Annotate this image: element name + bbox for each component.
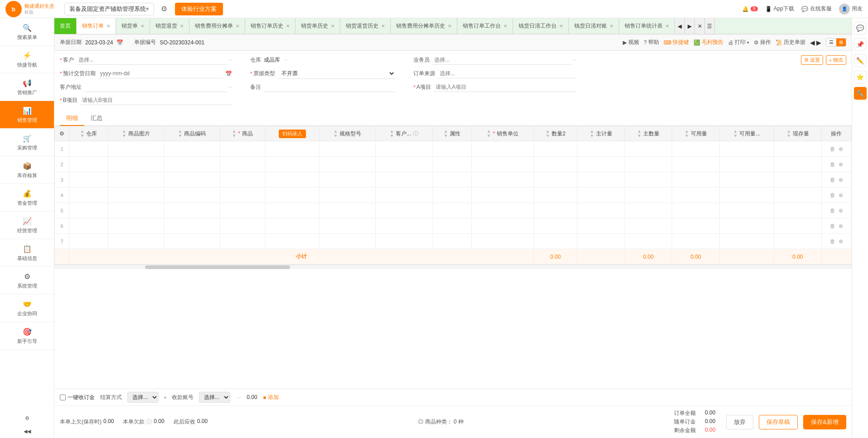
- row-delete-icon[interactable]: 🗑: [830, 192, 835, 198]
- row-copy-icon[interactable]: ⊕: [839, 207, 843, 214]
- tab-invoice-history[interactable]: 销货单历史 ✕: [296, 18, 340, 34]
- user-item[interactable]: 👤 用友: [839, 4, 863, 14]
- th-main-unit[interactable]: ▲▼ 主计量: [577, 126, 625, 141]
- sidebar-item-guide[interactable]: 🎯 新手引导: [0, 322, 54, 350]
- row-copy-icon[interactable]: ⊕: [839, 177, 843, 183]
- tab-return-history[interactable]: 销货退货历史 ✕: [340, 18, 391, 34]
- tab-close-icon[interactable]: ✕: [180, 24, 184, 29]
- tab-close-all-btn[interactable]: ✕: [695, 18, 705, 34]
- rp-pin-icon[interactable]: 📌: [854, 38, 867, 51]
- sidebar-item-marketing[interactable]: 📢 营销推广: [0, 73, 54, 101]
- column-settings-icon[interactable]: ⚙: [59, 130, 64, 137]
- set-button[interactable]: ⚙ 设置: [801, 55, 823, 65]
- th-qty2[interactable]: ▲▼ 数量2: [533, 126, 577, 141]
- sidebar-item-inventory[interactable]: 📦 库存核算: [0, 156, 54, 184]
- tab-close-icon[interactable]: ✕: [665, 24, 669, 29]
- warehouse-more-icon[interactable]: ···: [284, 58, 287, 63]
- tab-sales-stats[interactable]: 销售订单统计表 ✕: [619, 18, 675, 34]
- th-available[interactable]: ▲▼ 可用量: [672, 126, 720, 141]
- notification-item[interactable]: 🔔 9 🔔: [742, 6, 758, 12]
- app-selector[interactable]: 装备及固定资产辅助管理系统 ▾: [64, 3, 154, 15]
- sidebar-item-enterprise[interactable]: 🤝 企业协同: [0, 294, 54, 322]
- th-settings[interactable]: ⚙: [55, 126, 69, 141]
- tab-summary[interactable]: 汇总: [84, 111, 109, 126]
- help-action[interactable]: ? 帮助: [644, 39, 659, 46]
- sidebar-item-basic-info[interactable]: 📋 基础信息: [0, 239, 54, 267]
- rp-chat-icon[interactable]: 💬: [854, 22, 867, 34]
- calendar-icon[interactable]: 📅: [116, 39, 123, 46]
- row-copy-icon[interactable]: ⊕: [839, 223, 843, 229]
- row-delete-icon[interactable]: 🗑: [830, 207, 835, 214]
- row-copy-icon[interactable]: ⊕: [839, 146, 843, 152]
- tab-close-icon[interactable]: ✕: [381, 24, 385, 29]
- remarks-input[interactable]: [264, 82, 395, 92]
- row-copy-icon[interactable]: ⊕: [839, 192, 843, 198]
- prev-record-btn[interactable]: ◀: [810, 39, 815, 46]
- salesperson-more-icon[interactable]: ···: [573, 58, 577, 63]
- tab-home[interactable]: 首页: [54, 18, 77, 34]
- tab-close-icon[interactable]: ✕: [141, 24, 144, 29]
- th-product[interactable]: ▲▼ * 商品: [220, 126, 265, 141]
- tab-sales-order-history[interactable]: 销售订单历史 ✕: [245, 18, 296, 34]
- tab-close-icon[interactable]: ✕: [331, 24, 335, 29]
- salesperson-input[interactable]: [432, 55, 571, 65]
- tab-daily-workbench[interactable]: 钱货日清工作台 ✕: [513, 18, 569, 34]
- profit-action[interactable]: 💹 毛利预告: [693, 39, 723, 46]
- delivery-date-input[interactable]: [98, 69, 223, 78]
- view-action[interactable]: ▶ 视频: [623, 39, 639, 46]
- th-code[interactable]: ▲▼ 商品编码: [164, 126, 220, 141]
- shortcut-action[interactable]: ⌨ 快捷键: [664, 39, 689, 46]
- th-unit[interactable]: ▲▼ * 销售单位: [471, 126, 533, 141]
- settings-icon[interactable]: ⚙: [158, 3, 170, 15]
- tab-sales-expense[interactable]: 销售费用分摊单 ✕: [189, 18, 245, 34]
- tab-detail[interactable]: 明细: [60, 111, 84, 126]
- customer-input[interactable]: [77, 55, 227, 65]
- one-click-input[interactable]: [60, 395, 66, 400]
- invoice-type-select[interactable]: 不开票: [278, 68, 395, 79]
- scan-button[interactable]: 扫码录入: [279, 130, 306, 138]
- tab-reconciliation[interactable]: 钱货日清对账 ✕: [569, 18, 619, 34]
- sidebar-item-purchase[interactable]: 🛒 采购管理: [0, 129, 54, 156]
- next-record-btn[interactable]: ▶: [816, 39, 821, 46]
- tab-close-icon[interactable]: ✕: [286, 24, 290, 29]
- one-click-checkbox[interactable]: 一键收订金: [60, 394, 95, 401]
- a-project-input[interactable]: [434, 82, 577, 92]
- account-select[interactable]: 选择...: [199, 392, 230, 403]
- b-project-input[interactable]: [80, 96, 232, 105]
- row-delete-icon[interactable]: 🗑: [830, 146, 835, 152]
- tab-sales-order[interactable]: 销售订单 ✕: [77, 18, 116, 34]
- online-support-item[interactable]: 💬 在线客服: [801, 5, 832, 13]
- row-delete-icon[interactable]: 🗑: [830, 161, 835, 168]
- scrollbar-thumb[interactable]: [145, 265, 290, 269]
- order-source-input[interactable]: [438, 69, 577, 78]
- address-more-icon[interactable]: ···: [228, 85, 232, 90]
- save-new-button[interactable]: 保存&新增: [803, 415, 846, 429]
- tab-close-icon[interactable]: ✕: [504, 24, 507, 29]
- sidebar-item-sales[interactable]: 📊 销售管理: [0, 101, 54, 129]
- tab-close-icon[interactable]: ✕: [610, 24, 613, 29]
- customer-more-icon[interactable]: ···: [228, 58, 232, 63]
- tab-close-icon[interactable]: ✕: [107, 24, 110, 29]
- tab-close-icon[interactable]: ✕: [559, 24, 563, 29]
- row-delete-icon[interactable]: 🗑: [830, 177, 835, 183]
- solution-button[interactable]: 体验行业方案: [175, 3, 223, 15]
- th-available2[interactable]: ▲▼ 可用量...: [719, 126, 774, 141]
- tab-prev-btn[interactable]: ◀: [675, 18, 685, 34]
- sidebar-bottom-settings[interactable]: ⚙: [0, 412, 54, 425]
- discard-button[interactable]: 放弃: [726, 415, 753, 429]
- horizontal-scrollbar[interactable]: [54, 265, 852, 269]
- row-delete-icon[interactable]: 🗑: [830, 238, 835, 245]
- tab-order-workbench[interactable]: 销售订单工作台 ✕: [457, 18, 513, 34]
- tab-expense-history[interactable]: 销售费用分摊单历史 ✕: [391, 18, 457, 34]
- payment-method-select[interactable]: 选择...: [127, 392, 159, 403]
- rp-star-icon[interactable]: ⭐: [854, 71, 867, 83]
- account-more-icon[interactable]: ···: [238, 395, 241, 400]
- sidebar-item-search[interactable]: 🔍 搜索菜单: [0, 18, 54, 46]
- app-download-item[interactable]: 📱 App下载: [765, 5, 794, 13]
- add-payment-button[interactable]: ● 添加: [263, 394, 279, 401]
- th-customer-code[interactable]: ▲▼ 客户... ⓘ: [375, 126, 433, 141]
- th-stock[interactable]: ▲▼ 现存量: [774, 126, 822, 141]
- row-copy-icon[interactable]: ⊕: [839, 238, 843, 245]
- th-attribute[interactable]: ▲▼ 属性: [433, 126, 472, 141]
- tab-close-icon[interactable]: ✕: [236, 24, 239, 29]
